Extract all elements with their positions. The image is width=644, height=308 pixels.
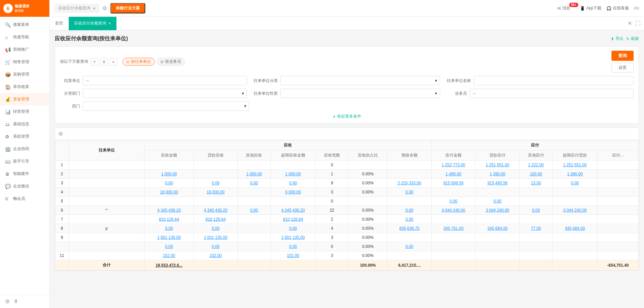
cell-ar_count: 3 xyxy=(316,188,348,197)
query-button[interactable]: 查询 xyxy=(611,51,634,61)
tab-arb[interactable]: 应收应付余额查询 ✕ xyxy=(69,17,117,30)
sidebar-item-operation-label: 经营管理 xyxy=(13,109,29,115)
salesman-dots: ··· xyxy=(473,91,476,96)
table-settings-icon[interactable]: ⚙ xyxy=(58,131,63,137)
breadcrumb-text: 应收应付余额查询 xyxy=(58,5,91,11)
sidebar-item-sales[interactable]: 🛒 销售管理 xyxy=(0,56,49,68)
table-body: 101,252,773.001,251,551.001,222.001,251,… xyxy=(55,161,639,260)
sidebar-item-stock[interactable]: 🏠 库存核算 xyxy=(0,81,49,93)
export-button[interactable]: ⬆ 导出 xyxy=(611,36,624,42)
left-arrow-button[interactable]: « xyxy=(110,58,117,65)
filter-rows: 结算单位 ··· 往来单位分类 ▾ xyxy=(60,76,634,111)
sidebar-item-basic[interactable]: 🗂 基础信息 xyxy=(0,118,49,130)
cell-ap_more xyxy=(597,179,638,188)
cell-ap_overdue xyxy=(552,215,597,224)
tab-close-all-icon[interactable]: ✕ xyxy=(628,20,632,27)
unit-nature-input[interactable]: ▾ xyxy=(280,89,440,98)
unit-category-input[interactable]: ▾ xyxy=(280,76,440,85)
sidebar-item-marketing[interactable]: 📢 营销推广 xyxy=(0,43,49,56)
cell-ar_prepay: 0.00 xyxy=(387,206,431,215)
table-scroll[interactable]: 往来单位 应收 应付 应收金额 贷款应收 其他应收 超期应收金额 应收笔数 应收… xyxy=(55,140,639,270)
gear-icon[interactable]: ⚙ xyxy=(102,5,107,11)
target-scheme-button[interactable]: ⊙ xyxy=(100,58,108,65)
dept-input[interactable]: ▾ xyxy=(83,89,247,98)
scheme-tag-unit[interactable]: ⊙ 按往来单位 xyxy=(122,58,155,65)
cell-ar_ratio: 0.00% xyxy=(348,233,387,242)
cell-ap_amount: 1,490.00 xyxy=(431,170,475,179)
sidebar-item-system[interactable]: ⚙ 系统管理 xyxy=(0,130,49,143)
refresh-icon: ↻ xyxy=(626,37,630,41)
sidebar-item-finance[interactable]: 💰 资金管理 xyxy=(0,93,49,105)
tab-close-icon[interactable]: ✕ xyxy=(108,21,111,25)
sidebar-settings-button[interactable]: ⚙ xyxy=(5,298,10,305)
cell-ap_loan: 345,684.00 xyxy=(476,224,520,233)
table-row: 0.000.000.0000.00%0.00 xyxy=(55,242,639,251)
cell-ar_prepay xyxy=(387,197,431,206)
filter-group-unit-nature: 往来单位性质 ▾ xyxy=(254,89,440,98)
cell-ar_amount: 0.00 xyxy=(145,224,194,233)
cell-index: 2 xyxy=(55,170,69,179)
app-download-button[interactable]: 📱 App下载 xyxy=(580,5,601,11)
cell-ap_loan xyxy=(476,215,520,224)
finance-icon: 💰 xyxy=(5,97,10,102)
page-title-actions: ⬆ 导出 ↻ 刷新 xyxy=(611,36,639,42)
page-title-bar: 应收应付余额查询(按往来单位) ⬆ 导出 ↻ 刷新 xyxy=(55,35,639,42)
data-table: 往来单位 应收 应付 应收金额 贷款应收 其他应收 超期应收金额 应收笔数 应收… xyxy=(55,140,639,270)
sidebar-item-wechat[interactable]: 💬 企业微信 xyxy=(0,180,49,192)
message-icon: ✉ xyxy=(557,6,561,11)
hardware-icon: 🖥 xyxy=(5,171,10,177)
main-dept-label: 部门 xyxy=(60,103,80,109)
clock-icon: ⊙ xyxy=(160,59,164,64)
sidebar-item-enterprise[interactable]: 🏢 企业协同 xyxy=(0,143,49,155)
cell-ar_ratio: 0.00% xyxy=(348,206,387,215)
cell-ar_count: 3 xyxy=(316,251,348,260)
cell-ar_overdue: 1,001,135.00 xyxy=(271,233,316,242)
tab-home[interactable]: 首页 xyxy=(50,17,69,30)
cell-index: 9 xyxy=(55,233,69,242)
cell-ar_other xyxy=(237,188,270,197)
sidebar-item-quick[interactable]: ⌂ 快捷导航 xyxy=(0,31,49,43)
cell-index: 6 xyxy=(55,206,69,215)
sidebar-item-operation[interactable]: 📊 经营管理 xyxy=(0,105,49,118)
filter-row-3: 部门 ▾ xyxy=(60,101,634,111)
th-ap-other: 其他应付 xyxy=(520,150,552,161)
table-footer-row: 合计 19,553,472,6... 100.00% 6,417,215.... xyxy=(55,260,639,270)
scheme-tag-salesman[interactable]: ⊙ 按业务员 xyxy=(157,58,185,65)
cell-ar_overdue: 0.00 xyxy=(271,179,316,188)
tab-bar: 首页 应收应付余额查询 ✕ ✕ ⛶ xyxy=(50,17,644,30)
th-ap-overdue: 超期应付货款 xyxy=(552,150,597,161)
setting-button[interactable]: 设置 xyxy=(611,63,634,73)
sidebar-item-guide[interactable]: 📖 新手引导 xyxy=(0,155,49,168)
sidebar-item-stock-label: 库存核算 xyxy=(13,84,29,90)
th-ar-ratio: 应收款占比 xyxy=(348,150,387,161)
cell-ar_ratio xyxy=(348,197,387,206)
sidebar-item-purchase[interactable]: 📦 采购管理 xyxy=(0,68,49,81)
message-button[interactable]: ✉ 消息 99+ xyxy=(557,5,575,11)
main-dept-input[interactable]: ▾ xyxy=(83,101,249,111)
sidebar-collapse-button[interactable]: ⏸ xyxy=(13,298,18,305)
service-button[interactable]: 🎧 在线客服 xyxy=(606,5,629,11)
unit-name-input[interactable] xyxy=(474,76,634,85)
cell-ap_overdue xyxy=(552,251,597,260)
promo-button[interactable]: 体验行业方案 xyxy=(110,3,145,13)
guide-icon: 📖 xyxy=(5,159,10,164)
tab-bar-right: ✕ ⛶ xyxy=(624,20,644,27)
tab-expand-icon[interactable]: ⛶ xyxy=(635,20,641,27)
refresh-button[interactable]: ↻ 刷新 xyxy=(626,36,639,42)
sidebar-item-search[interactable]: 🔍 搜索菜单 xyxy=(0,18,49,31)
collapse-button[interactable]: ∧ 收起更多条件 xyxy=(60,114,634,119)
cell-ar_prepay xyxy=(387,251,431,260)
add-scheme-button[interactable]: + xyxy=(91,58,98,65)
sidebar-item-purchase-label: 采购管理 xyxy=(13,72,29,77)
cell-ap_amount: 1,252,773.00 xyxy=(431,161,475,170)
cell-ap_other xyxy=(520,215,552,224)
cell-ar_amount xyxy=(145,161,194,170)
sidebar-item-hardware[interactable]: 🖥 智能硬件 xyxy=(0,168,49,180)
settlement-input[interactable]: ··· xyxy=(83,76,247,85)
cell-ap_more xyxy=(597,170,638,179)
sidebar-item-member[interactable]: V 畅会员 xyxy=(0,192,49,205)
salesman-input[interactable]: ··· xyxy=(470,89,634,98)
cell-ar_loan xyxy=(194,197,237,206)
cell-ap_more xyxy=(597,188,638,197)
user-avatar[interactable]: Rit xyxy=(634,6,639,11)
